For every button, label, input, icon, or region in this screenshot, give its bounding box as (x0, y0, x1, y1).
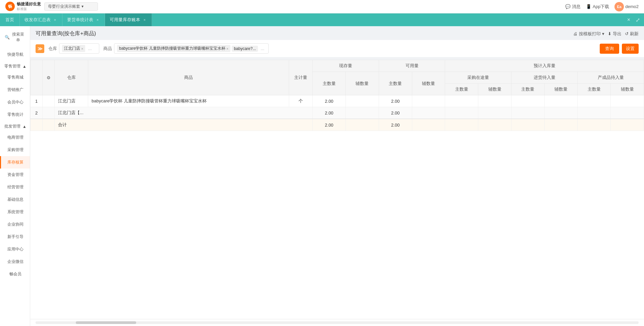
export-btn[interactable]: ⬇ 导出 (608, 31, 622, 37)
sidebar-item-enterprise-label: 企业协同 (7, 222, 23, 227)
export-label: 导出 (613, 31, 622, 37)
warehouse-filter-tag: 江北门店 × (62, 45, 85, 52)
sidebar-item-ecommerce[interactable]: 电商管理 (0, 131, 30, 144)
subtotal-index: 2 (31, 107, 43, 119)
product-tag1-close[interactable]: × (226, 47, 228, 51)
scroll-track[interactable] (36, 321, 639, 324)
print-template-btn[interactable]: 🖨 按模板打印 ▾ (573, 31, 604, 37)
sidebar-item-system[interactable]: 系统管理 (0, 206, 30, 218)
total-available-main: 2.00 (379, 119, 412, 131)
tab-order-stats[interactable]: 要货单统计表 × (62, 13, 105, 26)
data-table: ⚙ 仓库 商品 主计量 现存量 可用量 预计入库量 主数量 辅数量 主数量 辅数… (30, 60, 644, 131)
settings-button[interactable]: 设置 (622, 44, 639, 54)
product-filter-label: 商品 (103, 46, 112, 52)
sidebar-search-area: 🔍 搜索菜单 (0, 26, 30, 48)
sidebar-item-basics[interactable]: 基础信息 (0, 193, 30, 206)
app-download-icon: 📱 (586, 4, 591, 9)
th-settings[interactable]: ⚙ (43, 60, 55, 95)
product-filter-input[interactable]: babycare学饮杯 儿童防摔防撞吸管杯重力球吸嘴杯宝宝水杯 × babyca… (114, 43, 269, 54)
sidebar-item-operations[interactable]: 经营管理 (0, 181, 30, 193)
tab-stock-summary[interactable]: 收发存汇总表 × (20, 13, 62, 26)
sidebar-item-apps[interactable]: 应用中心 (0, 243, 30, 255)
tab-available-stock-close[interactable]: × (142, 17, 147, 22)
message-action[interactable]: 💬 消息 (565, 4, 581, 10)
tab-order-stats-label: 要货单统计表 (67, 17, 93, 23)
sidebar-item-retail-mgmt[interactable]: 零售管理 ▲ (0, 61, 30, 71)
cell-purchase-main (445, 95, 478, 107)
industry-selector[interactable]: 母婴行业演示账套 ▾ (44, 2, 98, 11)
sidebar-item-wechat-work[interactable]: 企业微信 (0, 255, 30, 268)
th-finished-main: 主数量 (578, 84, 611, 95)
warehouse-filter-input[interactable]: 江北门店 × ... (59, 43, 99, 54)
sidebar-item-purchase-label: 采购管理 (7, 147, 23, 153)
sidebar-item-operations-label: 经营管理 (7, 184, 23, 190)
cell-purchase-aux (478, 95, 512, 107)
message-icon: 💬 (565, 4, 571, 9)
query-button[interactable]: 查询 (600, 44, 619, 54)
th-main-unit: 主计量 (289, 60, 313, 95)
th-inbound-pending: 进货待入量 (511, 72, 578, 84)
th-current-stock: 现存量 (313, 60, 379, 72)
total-current-aux (346, 119, 379, 131)
product-tag1-value: babycare学饮杯 儿童防摔防撞吸管杯重力球吸嘴杯宝宝水杯 (119, 46, 225, 51)
scroll-thumb[interactable] (76, 321, 136, 324)
sidebar-item-newbie[interactable]: 新手引导 (0, 231, 30, 243)
column-settings-icon[interactable]: ⚙ (47, 75, 51, 80)
top-bar-right: 💬 消息 📱 App下载 Ea demo2 (565, 2, 639, 11)
sidebar-item-members-label: 会员中心 (7, 99, 23, 105)
top-bar: 畅 畅捷通好生意 标准版 母婴行业演示账套 ▾ 💬 消息 📱 App下载 Ea … (0, 0, 644, 13)
page-actions: 🖨 按模板打印 ▾ ⬇ 导出 ↺ 刷新 (573, 31, 639, 37)
sidebar-item-members[interactable]: 会员中心 (0, 96, 30, 108)
tab-stock-summary-close[interactable]: × (53, 17, 57, 22)
sidebar-item-quick-nav[interactable]: 快捷导航 (0, 48, 30, 61)
sidebar-item-system-label: 系统管理 (7, 209, 23, 215)
product-filter-field: 商品 babycare学饮杯 儿童防摔防撞吸管杯重力球吸嘴杯宝宝水杯 × bab… (103, 43, 269, 54)
sidebar-item-marketing[interactable]: 营销推广 (0, 84, 30, 96)
warehouse-tag-value: 江北门店 (64, 46, 80, 51)
tab-maximize[interactable]: ⤢ (634, 15, 641, 25)
app-download-action[interactable]: 📱 App下载 (586, 4, 609, 10)
tab-home[interactable]: 首页 (0, 13, 20, 26)
refresh-icon: ↺ (625, 31, 629, 36)
cell-available-main: 2.00 (379, 95, 412, 107)
sidebar-search-button[interactable]: 🔍 搜索菜单 (3, 30, 27, 45)
cell-product: babycare学饮杯 儿童防摔防撞吸管杯重力球吸嘴杯宝宝水杯 (88, 95, 289, 107)
tab-home-label: 首页 (5, 17, 14, 23)
tab-order-stats-close[interactable]: × (95, 17, 100, 22)
sidebar-item-finance[interactable]: 资金管理 (0, 169, 30, 181)
sidebar-item-wholesale-mgmt[interactable]: 批发管理 ▲ (0, 121, 30, 131)
warehouse-tag-close[interactable]: × (81, 47, 83, 51)
sidebar-item-quick-nav-label: 快捷导航 (7, 52, 23, 57)
th-finished-pending: 产成品待入量 (578, 72, 644, 84)
sidebar-item-retail-mall[interactable]: 零售商城 (0, 71, 30, 84)
sidebar-item-purchase[interactable]: 采购管理 (0, 144, 30, 156)
sidebar-item-retail-stats[interactable]: 零售统计 (0, 108, 30, 121)
sidebar-item-basics-label: 基础信息 (7, 197, 23, 202)
th-purchase-aux: 辅数量 (478, 84, 512, 95)
subtotal-current-main: 2.00 (313, 107, 346, 119)
sidebar-item-ecommerce-label: 电商管理 (7, 135, 23, 140)
sidebar-item-member-app-label: 畅会员 (9, 271, 21, 277)
th-current-main-qty: 主数量 (313, 72, 346, 95)
subtotal-finished-main (578, 107, 611, 119)
tab-available-stock[interactable]: 可用量库存账本 × (105, 13, 152, 26)
sidebar-item-inventory[interactable]: 库存核算 (0, 156, 30, 169)
filter-toggle-btn[interactable]: ≫ (36, 44, 44, 53)
warehouse-filter-more[interactable]: ... (87, 46, 93, 51)
product-filter-more[interactable]: ... (259, 46, 266, 51)
sidebar-item-member-app[interactable]: 畅会员 (0, 268, 30, 280)
sidebar-item-marketing-label: 营销推广 (7, 87, 23, 93)
sidebar-item-newbie-label: 新手引导 (7, 234, 23, 240)
search-icon: 🔍 (5, 35, 10, 40)
total-purchase-aux (478, 119, 512, 131)
th-finished-aux: 辅数量 (611, 84, 644, 95)
sidebar-item-enterprise[interactable]: 企业协同 (0, 218, 30, 231)
refresh-btn[interactable]: ↺ 刷新 (625, 31, 639, 37)
total-inbound-aux (544, 119, 578, 131)
product-filter-tag1: babycare学饮杯 儿童防摔防撞吸管杯重力球吸嘴杯宝宝水杯 × (117, 45, 230, 52)
user-profile[interactable]: Ea demo2 (614, 2, 639, 11)
app-download-label: App下载 (593, 4, 609, 10)
tab-available-stock-label: 可用量库存账本 (110, 17, 140, 23)
tab-close-all[interactable]: × (626, 15, 632, 24)
sidebar-item-wholesale-mgmt-label: 批发管理 (4, 124, 20, 129)
